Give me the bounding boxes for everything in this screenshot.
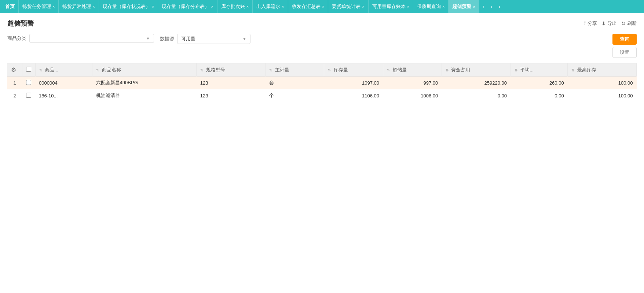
sort-arrows-product-name[interactable]: ⇅ (96, 68, 99, 72)
spec: 123 (197, 89, 266, 102)
share-label: 分享 (588, 20, 597, 27)
export-button[interactable]: ⬇ 导出 (601, 20, 617, 27)
th-unit: ⇅ 主计量 (266, 63, 324, 77)
category-label: 商品分类 (7, 35, 26, 42)
refresh-button[interactable]: ↻ 刷新 (621, 20, 637, 27)
batch-account-close[interactable]: × (246, 4, 249, 9)
avg: 260.00 (511, 77, 568, 89)
nav-tab-overstock[interactable]: 超储预警 × (449, 0, 479, 13)
nav-tab-inventory-dist[interactable]: 现存量（库存分布表） × (158, 0, 217, 13)
share-icon: ⤴ (583, 21, 586, 26)
exception-close[interactable]: × (92, 4, 95, 9)
home-tab-label: 首页 (5, 3, 15, 10)
avg: 0.00 (511, 89, 568, 102)
exception-label: 拣货异常处理 (62, 3, 91, 10)
category-dropdown-arrow: ▼ (146, 36, 150, 41)
sort-arrows-max-stock[interactable]: ⇅ (571, 68, 574, 72)
task-mgmt-close[interactable]: × (52, 4, 55, 9)
header-actions: ⤴ 分享 ⬇ 导出 ↻ 刷新 (583, 20, 637, 27)
inventory-dist-close[interactable]: × (211, 4, 213, 9)
nav-tab-inout-flow[interactable]: 出入库流水 × (253, 0, 288, 13)
available-book-close[interactable]: × (407, 4, 409, 9)
max-stock: 100.00 (568, 89, 637, 102)
sort-arrows-inventory[interactable]: ⇅ (328, 68, 331, 72)
summary-close[interactable]: × (322, 4, 324, 9)
nav-tab-exception[interactable]: 拣货异常处理 × (59, 0, 99, 13)
row-checkbox[interactable] (26, 80, 31, 85)
th-inventory: ⇅ 库存量 (324, 63, 383, 77)
filter-buttons: 查询 设置 (612, 34, 637, 58)
sort-arrows-overstock[interactable]: ⇅ (387, 68, 390, 72)
nav-tab-inventory-status[interactable]: 现存量（库存状况表） × (99, 0, 158, 13)
nav-next-arrow[interactable]: › (487, 0, 495, 13)
unit: 套 (266, 77, 324, 89)
row-checkbox-cell (22, 89, 35, 102)
capital: 259220.00 (442, 77, 511, 89)
th-avg: ⇅ 平均... (511, 63, 568, 77)
overstock-label: 超储预警 (452, 3, 471, 10)
nav-prev-arrow[interactable]: ‹ (479, 0, 487, 13)
inventory-status-label: 现存量（库存状况表） (103, 3, 150, 10)
nav-tab-summary[interactable]: 收发存汇总表 × (288, 0, 328, 13)
batch-account-label: 库存批次账 (221, 3, 245, 10)
order-stats-close[interactable]: × (362, 4, 364, 9)
page-title: 超储预警 (7, 19, 34, 28)
sort-arrows-product-code[interactable]: ⇅ (39, 68, 42, 72)
th-checkbox (22, 63, 35, 77)
task-mgmt-label: 拣货任务管理 (22, 3, 51, 10)
product-name: 机油滤清器 (92, 89, 197, 102)
overstock-close[interactable]: × (473, 4, 475, 9)
th-overstock: ⇅ 超储量 (383, 63, 442, 77)
datasource-value: 可用量 (181, 36, 195, 42)
overstock: 997.00 (383, 77, 442, 89)
inout-flow-label: 出入库流水 (256, 3, 280, 10)
share-button[interactable]: ⤴ 分享 (583, 20, 597, 27)
row-checkbox-cell (22, 77, 35, 89)
sort-arrows-spec[interactable]: ⇅ (200, 68, 203, 72)
nav-tab-batch-account[interactable]: 库存批次账 × (217, 0, 253, 13)
nav-more-arrow[interactable]: › (495, 0, 504, 13)
settings-button[interactable]: 设置 (612, 47, 637, 58)
overstock: 1006.00 (383, 89, 442, 102)
nav-tab-available-book[interactable]: 可用量库存账本 × (369, 0, 413, 13)
max-stock: 100.00 (568, 77, 637, 89)
product-code: 0000004 (35, 77, 92, 89)
data-table: ⚙ ⇅ 商品... ⇅ 商品名称 ⇅ 规格型号 ⇅ (7, 63, 637, 102)
order-stats-label: 要货单统计表 (332, 3, 361, 10)
query-button[interactable]: 查询 (612, 34, 637, 45)
nav-tab-expiry[interactable]: 保质期查询 × (413, 0, 449, 13)
summary-label: 收发存汇总表 (292, 3, 321, 10)
sort-arrows-avg[interactable]: ⇅ (515, 68, 517, 72)
export-label: 导出 (607, 20, 617, 27)
sort-arrows-capital[interactable]: ⇅ (446, 68, 449, 72)
spec: 123 (197, 77, 266, 89)
inout-flow-close[interactable]: × (282, 4, 284, 9)
inventory-status-close[interactable]: × (152, 4, 154, 9)
gear-icon[interactable]: ⚙ (11, 67, 16, 73)
sort-arrows-unit[interactable]: ⇅ (269, 68, 272, 72)
th-product-name: ⇅ 商品名称 (92, 63, 197, 77)
available-book-label: 可用量库存账本 (372, 3, 406, 10)
inventory: 1106.00 (324, 89, 383, 102)
th-product-code: ⇅ 商品... (35, 63, 92, 77)
expiry-close[interactable]: × (442, 4, 444, 9)
datasource-label: 数据源 (160, 36, 174, 42)
product-name: 六配套新昌490BPG (92, 77, 197, 89)
row-checkbox[interactable] (26, 93, 31, 98)
th-spec: ⇅ 规格型号 (197, 63, 266, 77)
row-number: 1 (7, 77, 22, 89)
category-filter: 商品分类 ▼ (7, 34, 154, 43)
th-gear: ⚙ (7, 63, 22, 77)
category-select[interactable]: ▼ (29, 34, 154, 43)
table-row: 1 0000004 六配套新昌490BPG 123 套 1097.00 997.… (7, 77, 637, 89)
th-max-stock: ⇅ 最高库存 (568, 63, 637, 77)
nav-tab-home[interactable]: 首页 (1, 0, 19, 13)
datasource-select[interactable]: 可用量 ▼ (177, 34, 250, 44)
refresh-icon: ↻ (621, 21, 626, 26)
category-value (33, 36, 35, 41)
nav-tab-order-stats[interactable]: 要货单统计表 × (328, 0, 368, 13)
th-capital: ⇅ 资金占用 (442, 63, 511, 77)
select-all-checkbox[interactable] (26, 67, 31, 72)
datasource-filter: 数据源 可用量 ▼ (160, 34, 250, 44)
nav-tab-task-mgmt[interactable]: 拣货任务管理 × (19, 0, 59, 13)
